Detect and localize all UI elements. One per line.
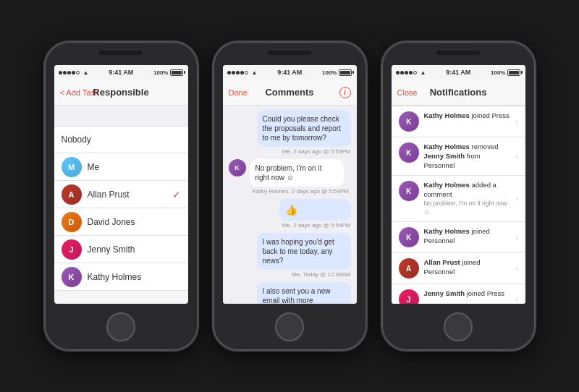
notif-avatar-4: A <box>399 258 419 278</box>
bubble-1: Could you please check the proposals and… <box>257 110 351 147</box>
dot5-3 <box>413 71 417 74</box>
phone-notifications: ▲ 9:41 AM 100% Close Notifications <box>381 41 536 351</box>
chevron-icon-0: › <box>515 118 517 126</box>
notif-text-0: Kathy Holmes joined Press <box>424 111 511 121</box>
name-jenny: Jenny Smith <box>88 244 181 255</box>
msg-text-5: I also sent you a new email with more in… <box>263 287 334 304</box>
checkmark-allan: ✓ <box>172 189 181 200</box>
screen-responsible: ▲ 9:41 AM 100% < Add Task Responsible <box>54 65 188 304</box>
comment-with-avatar-2: K No problem, I'm on it right now ☺ Kath… <box>229 159 351 195</box>
phone-responsible: ▲ 9:41 AM 100% < Add Task Responsible <box>43 41 199 351</box>
chevron-icon-1: › <box>515 153 517 161</box>
battery-pct-3: 100% <box>491 69 505 76</box>
chevron-icon-5: › <box>515 296 517 304</box>
message-2: K No problem, I'm on it right now ☺ Kath… <box>229 159 351 195</box>
list-item-allan[interactable]: A Allan Prust ✓ <box>54 181 188 208</box>
time-1: 9:41 AM <box>109 69 133 76</box>
status-left-2: ▲ <box>227 69 258 76</box>
dot5 <box>76 71 80 74</box>
avatar-msg-kathy: K <box>229 159 246 176</box>
wifi-icon: ▲ <box>83 69 89 76</box>
notif-item-3[interactable]: K Kathy Holmes joined Personnel › <box>392 222 525 253</box>
dot4-3 <box>409 71 413 74</box>
done-button[interactable]: Done <box>229 88 248 97</box>
list-section-header <box>54 106 188 126</box>
notif-text-4: Allan Prust joined Personnel <box>424 258 511 277</box>
status-right-1: 100% <box>153 69 183 76</box>
status-bar-1: ▲ 9:41 AM 100% <box>54 65 188 80</box>
list-item-david[interactable]: D David Jones <box>54 208 188 236</box>
notif-text-3: Kathy Holmes joined Personnel <box>424 227 511 246</box>
dot5-2 <box>245 71 248 74</box>
dot2 <box>63 71 67 74</box>
status-right-3: 100% <box>491 69 520 76</box>
notif-item-0[interactable]: K Kathy Holmes joined Press › <box>392 106 525 137</box>
screen-comments: ▲ 9:41 AM 100% Done Comments i <box>223 65 357 304</box>
notif-item-4[interactable]: A Allan Prust joined Personnel › <box>392 253 525 284</box>
bubble-2: No problem, I'm on it right now ☺ <box>250 159 344 187</box>
battery-icon-2 <box>339 69 352 76</box>
list-item-jenny[interactable]: J Jenny Smith <box>54 236 188 263</box>
close-button[interactable]: Close <box>397 88 418 97</box>
list-item-me[interactable]: M Me <box>54 153 188 181</box>
dot3 <box>67 71 71 74</box>
status-left-3: ▲ <box>396 69 426 76</box>
dot4 <box>72 71 75 74</box>
screen-notifications: ▲ 9:41 AM 100% Close Notifications <box>392 65 525 304</box>
meta-2: Kathy Holmes, 2 days ago @ 5:54PM <box>250 188 350 195</box>
notif-avatar-2: K <box>399 181 419 201</box>
info-icon[interactable]: i <box>339 87 351 98</box>
bubble-5: I also sent you a new email with more in… <box>257 282 351 304</box>
notif-avatar-5: J <box>399 289 419 304</box>
dot1 <box>59 71 62 74</box>
notif-avatar-1: K <box>399 142 419 163</box>
signal-dots-2 <box>227 71 248 74</box>
avatar-jenny: J <box>62 239 82 260</box>
dot3-3 <box>405 71 408 74</box>
notif-item-2[interactable]: K Kathy Holmes added a comment No proble… <box>392 176 525 222</box>
notifications-area: K Kathy Holmes joined Press › K Kathy Ho… <box>392 106 525 304</box>
meta-3: Me, 2 days ago @ 5:54PM <box>279 222 351 229</box>
signal-dots <box>59 71 80 74</box>
notif-avatar-3: K <box>399 227 419 247</box>
status-bar-2: ▲ 9:41 AM 100% <box>223 65 357 80</box>
nobody-item[interactable]: Nobody <box>54 126 188 153</box>
battery-fill-3 <box>509 71 519 74</box>
battery-icon-1 <box>170 69 183 76</box>
bubble-3: 👍 <box>279 199 351 221</box>
battery-pct-1: 100% <box>153 69 168 76</box>
msg-text-4: I was hoping you'd get back to me today,… <box>263 238 334 265</box>
notif-item-5[interactable]: J Jenny Smith joined Press › <box>392 284 525 304</box>
nav-title-responsible: Responsible <box>93 87 148 98</box>
status-left-1: ▲ <box>59 69 89 76</box>
message-3: 👍 Me, 2 days ago @ 5:54PM <box>229 199 351 229</box>
time-3: 9:41 AM <box>446 69 470 76</box>
dot2-3 <box>400 71 404 74</box>
notif-subtext-2: No problem, I'm on it right now ☺ <box>424 200 511 216</box>
name-allan: Allan Prust <box>88 189 166 200</box>
nav-bar-responsible: < Add Task Responsible <box>54 80 188 106</box>
meta-1: Me, 2 days ago @ 5:53PM <box>257 148 351 155</box>
chevron-icon-2: › <box>515 195 517 203</box>
nav-title-comments: Comments <box>265 87 313 98</box>
comments-area: Could you please check the proposals and… <box>223 106 357 304</box>
avatar-david: D <box>62 212 82 232</box>
time-2: 9:41 AM <box>277 69 302 76</box>
notif-text-5: Jenny Smith joined Press <box>424 289 511 299</box>
phone-comments: ▲ 9:41 AM 100% Done Comments i <box>212 41 368 351</box>
phones-container: ▲ 9:41 AM 100% < Add Task Responsible <box>29 26 551 366</box>
battery-pct-2: 100% <box>322 69 337 76</box>
list-item-kathy[interactable]: K Kathy Holmes <box>54 263 188 291</box>
message-5: I also sent you a new email with more in… <box>229 282 351 304</box>
status-bar-3: ▲ 9:41 AM 100% <box>392 65 525 80</box>
name-me: Me <box>88 162 181 172</box>
wifi-icon-2: ▲ <box>252 69 258 76</box>
nav-bar-comments: Done Comments i <box>223 80 357 106</box>
notif-text-2: Kathy Holmes added a comment No problem,… <box>424 181 511 216</box>
dot1-2 <box>227 71 231 74</box>
notif-text-1: Kathy Holmes removed Jenny Smith from Pe… <box>424 142 511 170</box>
notif-item-1[interactable]: K Kathy Holmes removed Jenny Smith from … <box>392 137 525 176</box>
dot4-2 <box>240 71 244 74</box>
notif-avatar-0: K <box>399 111 419 132</box>
chevron-icon-3: › <box>515 234 517 242</box>
